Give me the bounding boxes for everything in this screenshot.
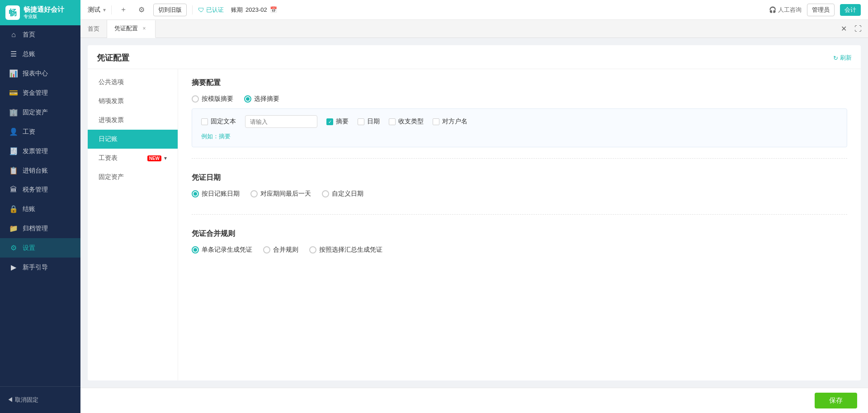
- merge-rule-option[interactable]: 合并规则: [263, 246, 298, 254]
- refresh-icon: ↻: [833, 55, 838, 61]
- left-nav-purchase[interactable]: 进项发票: [88, 111, 178, 130]
- sidebar-item-label: 资金管理: [23, 89, 48, 97]
- summary-template-option[interactable]: 按模版摘要: [192, 95, 233, 103]
- journal-date-option[interactable]: 按日记账日期: [192, 190, 240, 198]
- left-nav-public[interactable]: 公共选项: [88, 73, 178, 92]
- sidebar-item-archive[interactable]: 📁 归档管理: [0, 219, 80, 238]
- left-nav-sales-label: 销项发票: [99, 97, 124, 105]
- counterparty-option[interactable]: 对方户名: [433, 117, 467, 126]
- sidebar-item-invoice[interactable]: 🧾 发票管理: [0, 141, 80, 161]
- journal-date-radio[interactable]: [192, 190, 199, 197]
- service-button[interactable]: 🎧 人工咨询: [769, 6, 802, 14]
- main-area: 测试 ▾ ＋ ⚙ 切到旧版 🛡 已认证 账期 2023-02 📅 🎧 人工咨询 …: [80, 0, 868, 413]
- project-chevron-icon: ▾: [103, 7, 106, 13]
- merge-radio-group: 单条记录生成凭证 合并规则 按照选择汇总生成凭证: [192, 246, 847, 254]
- left-nav-fixed-asset[interactable]: 固定资产: [88, 168, 178, 187]
- sidebar-item-label: 归档管理: [23, 225, 48, 233]
- merge-section: 凭证合并规则 单条记录生成凭证 合并规则: [192, 229, 847, 270]
- user-button[interactable]: 管理员: [807, 4, 835, 16]
- summary-option[interactable]: ✓ 摘要: [326, 117, 349, 126]
- income-type-checkbox[interactable]: [389, 118, 396, 125]
- asset-icon: 🏢: [9, 108, 18, 117]
- summary-select-radio[interactable]: [244, 95, 251, 103]
- merge-rule-radio[interactable]: [263, 246, 270, 253]
- sidebar-item-settings[interactable]: ⚙ 设置: [0, 238, 80, 258]
- date-label: 日期: [367, 117, 380, 126]
- sidebar-item-inout[interactable]: 📋 进销台账: [0, 161, 80, 180]
- summary-select-label: 选择摘要: [254, 95, 279, 103]
- left-nav-payroll[interactable]: 工资表 NEW ▾: [88, 149, 178, 168]
- select-summary-option[interactable]: 按照选择汇总生成凭证: [309, 246, 382, 254]
- custom-date-option[interactable]: 自定义日期: [322, 190, 363, 198]
- page-title: 凭证配置: [97, 52, 129, 63]
- invoice-icon: 🧾: [9, 147, 18, 155]
- fixed-text-label: 固定文本: [211, 117, 236, 126]
- tab-voucher-label: 凭证配置: [114, 24, 138, 33]
- left-nav-fixed-asset-label: 固定资产: [99, 173, 124, 181]
- tabbar-actions: ✕ ⛶: [837, 23, 868, 35]
- sidebar-item-label: 工资: [23, 128, 35, 136]
- save-button[interactable]: 保存: [815, 393, 857, 408]
- left-nav-journal[interactable]: 日记账: [88, 130, 178, 149]
- sidebar-item-guide[interactable]: ▶ 新手引导: [0, 258, 80, 277]
- left-nav-sales[interactable]: 销项发票: [88, 92, 178, 111]
- page-header: 凭证配置 ↻ 刷新: [88, 45, 861, 69]
- period-last-option[interactable]: 对应期间最后一天: [250, 190, 311, 198]
- logo-subtitle: 专业版: [24, 14, 64, 20]
- switch-old-version-button[interactable]: 切到旧版: [153, 4, 187, 16]
- fixed-text-checkbox[interactable]: [201, 118, 208, 125]
- summary-template-radio[interactable]: [192, 95, 199, 103]
- settings-top-button[interactable]: ⚙: [135, 4, 148, 16]
- role-button[interactable]: 会计: [840, 4, 861, 16]
- fixed-text-option[interactable]: 固定文本: [201, 117, 236, 126]
- income-type-option[interactable]: 收支类型: [389, 117, 424, 126]
- tab-voucher-config[interactable]: 凭证配置 ×: [107, 20, 156, 38]
- sidebar-item-fund[interactable]: 💳 资金管理: [0, 83, 80, 103]
- topbar: 测试 ▾ ＋ ⚙ 切到旧版 🛡 已认证 账期 2023-02 📅 🎧 人工咨询 …: [80, 0, 868, 20]
- calendar-icon[interactable]: 📅: [270, 6, 277, 13]
- sidebar-item-home[interactable]: ⌂ 首页: [0, 25, 80, 44]
- tab-home-label: 首页: [88, 25, 99, 33]
- cancel-fixed-button[interactable]: ◀ 取消固定: [0, 391, 80, 408]
- project-selector[interactable]: 测试 ▾: [88, 6, 106, 14]
- date-option[interactable]: 日期: [358, 117, 380, 126]
- sidebar-item-salary[interactable]: 👤 工资: [0, 122, 80, 141]
- summary-checkbox-row: 固定文本 ✓ 摘要 日期: [201, 115, 838, 128]
- summary-checkbox[interactable]: ✓: [326, 118, 333, 125]
- summary-radio-group: 按模版摘要 选择摘要: [192, 95, 847, 103]
- tax-icon: 🏛: [9, 186, 18, 194]
- summary-select-option[interactable]: 选择摘要: [244, 95, 279, 103]
- date-checkbox[interactable]: [358, 118, 364, 125]
- custom-date-radio[interactable]: [322, 190, 329, 197]
- fixed-text-input[interactable]: [245, 115, 317, 128]
- add-button[interactable]: ＋: [117, 4, 130, 16]
- sidebar-item-label: 设置: [23, 244, 35, 252]
- tab-fullscreen-button[interactable]: ⛶: [852, 23, 864, 35]
- merge-rule-label: 合并规则: [273, 246, 298, 254]
- sidebar-item-tax[interactable]: 🏛 税务管理: [0, 180, 80, 199]
- period-last-radio[interactable]: [250, 190, 258, 197]
- sidebar-item-report[interactable]: 📊 报表中心: [0, 64, 80, 83]
- sidebar-item-ledger[interactable]: ☰ 总账: [0, 44, 80, 64]
- refresh-label: 刷新: [840, 54, 852, 62]
- single-record-radio[interactable]: [192, 246, 199, 253]
- sidebar-item-close[interactable]: 🔒 结账: [0, 199, 80, 219]
- project-name: 测试: [88, 6, 100, 14]
- refresh-button[interactable]: ↻ 刷新: [833, 54, 852, 62]
- tab-close-icon[interactable]: ×: [141, 25, 148, 32]
- topbar-right: 🎧 人工咨询 管理员 会计: [769, 4, 861, 16]
- tab-close-window-button[interactable]: ✕: [837, 23, 850, 35]
- select-summary-radio[interactable]: [309, 246, 316, 253]
- page-card: 凭证配置 ↻ 刷新 公共选项 销项发票: [88, 45, 861, 380]
- archive-icon: 📁: [9, 224, 18, 233]
- settings-icon: ⚙: [9, 244, 18, 252]
- single-record-option[interactable]: 单条记录生成凭证: [192, 246, 252, 254]
- sidebar-item-asset[interactable]: 🏢 固定资产: [0, 103, 80, 122]
- period-last-label: 对应期间最后一天: [260, 190, 311, 198]
- salary-icon: 👤: [9, 127, 18, 136]
- date-section-title: 凭证日期: [192, 173, 847, 183]
- counterparty-checkbox[interactable]: [433, 118, 439, 125]
- sidebar-item-label: 总账: [23, 50, 35, 58]
- tab-home[interactable]: 首页: [80, 20, 107, 38]
- shield-icon: 🛡: [198, 6, 204, 14]
